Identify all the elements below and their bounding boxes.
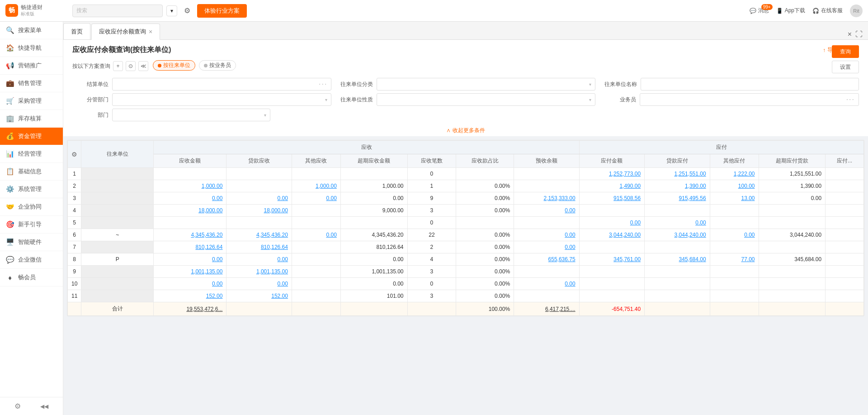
scheme-items: 按往来单位 按业务员: [153, 60, 859, 71]
row-number: 4: [68, 205, 81, 217]
tab-close-icon[interactable]: ×: [149, 28, 152, 35]
row-number: 11: [68, 290, 81, 302]
managing-dept-input[interactable]: ▾: [112, 93, 331, 106]
partner-category-input[interactable]: ▾: [377, 78, 595, 91]
logo-area: 畅 畅捷通财 标准版: [5, 4, 69, 17]
page-title-row: 应收应付余额查询(按往来单位) ↑ 导出 ↻ 刷新: [72, 45, 859, 55]
sidebar-label: 经营管理: [18, 150, 42, 158]
col-overdue-pay: 超期应付货款: [759, 154, 826, 168]
filter-inputs: 结算单位 ··· 往来单位分类 ▾: [77, 78, 859, 125]
col-other-rec: 其他应收: [292, 154, 340, 168]
window-close-icon[interactable]: ×: [848, 30, 852, 38]
scheme-settings-btn[interactable]: ⊙: [126, 61, 136, 71]
col-rec-ratio: 应收款占比: [456, 154, 514, 168]
sidebar-settings-icon[interactable]: ⚙: [14, 402, 21, 410]
header-search-bar[interactable]: 搜索: [72, 5, 163, 17]
sidebar-label: 系统管理: [18, 185, 42, 193]
sales-icon: 💼: [5, 79, 14, 87]
app-download-icon: 📱: [776, 8, 783, 14]
table-footer: 合计 19,553,472,6... 100.00% 6,417,215....…: [68, 302, 864, 316]
data-table: ⚙ 往来单位 应收 应付 应收金额 贷款应收 其他应收 超期应收金额 应收笔数: [67, 140, 864, 316]
scheme-by-partner[interactable]: 按往来单位: [153, 60, 195, 71]
footer-pay-amount: -654,751.40: [579, 302, 645, 316]
settlement-unit-input[interactable]: ···: [112, 78, 331, 91]
query-panel: 应收应付余额查询(按往来单位) ↑ 导出 ↻ 刷新: [63, 40, 868, 136]
query-button[interactable]: 查询: [832, 45, 859, 58]
solution-button[interactable]: 体验行业方案: [197, 4, 247, 18]
sidebar-label: 营销推广: [18, 62, 42, 70]
table-row: 7810,126.64810,126.64810,126.6420.00%0.0…: [68, 241, 864, 253]
department-input[interactable]: ▾: [112, 109, 270, 121]
sidebar-item-operations[interactable]: 📊 经营管理: [0, 145, 63, 163]
table-row: 101,252,773.001,251,551.001,222.001,251,…: [68, 168, 864, 180]
sidebar-item-search-menu[interactable]: 🔍 搜索菜单: [0, 22, 63, 39]
footer-advance-bal[interactable]: 6,417,215....: [514, 302, 580, 316]
warehouse-icon: 🏢: [5, 114, 14, 123]
sidebar-label: 企业微信: [18, 256, 42, 264]
row-partner: [81, 266, 154, 278]
partner-name-input[interactable]: [641, 78, 859, 91]
col-payable-group: 应付: [579, 141, 863, 154]
footer-rec-amount[interactable]: 19,553,472,6...: [154, 302, 226, 316]
row-partner: [81, 290, 154, 302]
table-row: 30.000.000.000.0090.00%2,153,333.00915,5…: [68, 192, 864, 205]
sidebar-label: 资金管理: [18, 132, 42, 140]
collapse-more-btn[interactable]: ∧ 收起更多条件: [72, 125, 859, 136]
sidebar-item-guide[interactable]: 🎯 新手引导: [0, 216, 63, 234]
messages-badge: 99+: [761, 4, 773, 10]
filter-row-1: 结算单位 ··· 往来单位分类 ▾: [77, 78, 859, 91]
sidebar-item-quick-nav[interactable]: 🏠 快捷导航: [0, 39, 63, 57]
scheme-by-salesperson[interactable]: 按业务员: [199, 60, 236, 71]
sidebar-item-smart-hw[interactable]: 🖥️ 智能硬件: [0, 234, 63, 251]
sidebar-item-purchase[interactable]: 🛒 采购管理: [0, 92, 63, 110]
sidebar-label: 搜索菜单: [18, 26, 42, 34]
header-dropdown-btn[interactable]: ▾: [166, 5, 177, 16]
sidebar-label: 智能硬件: [18, 238, 42, 246]
scheme-section: 按以下方案查询 + ⊙ ≪: [72, 60, 148, 71]
footer-label: 合计: [81, 302, 154, 316]
header-gear-icon[interactable]: ⚙: [181, 5, 193, 17]
partner-nature-label: 往来单位性质: [340, 96, 373, 104]
marketing-icon: 📢: [5, 62, 14, 70]
app-download-btn[interactable]: 📱 App下载: [776, 7, 805, 14]
row-partner: [81, 278, 154, 290]
scheme-collapse-btn[interactable]: ≪: [138, 61, 148, 71]
sidebar-collapse-btn[interactable]: ◀◀: [40, 403, 48, 410]
table-row: 418,000.0018,000.009,000.0030.00%0.00: [68, 205, 864, 217]
sidebar-item-finance[interactable]: 💰 资金管理: [0, 128, 63, 145]
sidebar-item-sales[interactable]: 💼 销售管理: [0, 75, 63, 92]
app-edition: 标准版: [21, 11, 42, 17]
partner-nature-input[interactable]: ▾: [377, 93, 595, 106]
table-body: 101,252,773.001,251,551.001,222.001,251,…: [68, 168, 864, 302]
filter-department: 部门 ▾: [77, 109, 270, 121]
home-icon: 🏠: [5, 44, 14, 52]
tab-home[interactable]: 首页: [63, 23, 90, 39]
tab-home-label: 首页: [71, 28, 83, 36]
online-service-btn[interactable]: 🎧 在线客服: [812, 7, 843, 14]
sidebar-item-vip[interactable]: ♦ 畅会员: [0, 269, 63, 286]
sidebar-label: 销售管理: [18, 79, 42, 87]
table-footer-row: 合计 19,553,472,6... 100.00% 6,417,215....…: [68, 302, 864, 316]
user-avatar[interactable]: Rit: [850, 5, 863, 17]
filter-row-3: 部门 ▾: [77, 109, 859, 121]
tab-bar: 首页 应收应付余额查询 × × ⛶: [63, 22, 868, 40]
sidebar-item-wechat[interactable]: 💬 企业微信: [0, 251, 63, 269]
add-scheme-btn[interactable]: +: [113, 61, 123, 71]
tab-ar-ap-query[interactable]: 应收应付余额查询 ×: [91, 24, 160, 40]
salesperson-input[interactable]: ···: [640, 93, 859, 106]
sidebar-item-base-info[interactable]: 📋 基础信息: [0, 163, 63, 181]
sidebar-item-marketing[interactable]: 📢 营销推广: [0, 57, 63, 75]
scheme-label: 按往来单位: [163, 62, 190, 69]
sidebar-label: 基础信息: [18, 167, 42, 176]
scheme-list: 按往来单位 按业务员: [153, 60, 859, 74]
sidebar-item-warehouse[interactable]: 🏢 库存核算: [0, 110, 63, 128]
window-expand-icon[interactable]: ⛶: [855, 30, 863, 38]
col-settings-icon[interactable]: ⚙: [71, 151, 77, 158]
wechat-icon: 💬: [5, 256, 14, 264]
settings-button[interactable]: 设置: [832, 61, 859, 73]
col-pay-loan: 贷款应付: [645, 154, 710, 168]
messages-btn[interactable]: 💬 消息 99+: [750, 7, 769, 14]
table-row: 6~4,345,436.204,345,436.200.004,345,436.…: [68, 229, 864, 241]
sidebar-item-system[interactable]: ⚙️ 系统管理: [0, 181, 63, 198]
sidebar-item-enterprise[interactable]: 🤝 企业协同: [0, 198, 63, 216]
